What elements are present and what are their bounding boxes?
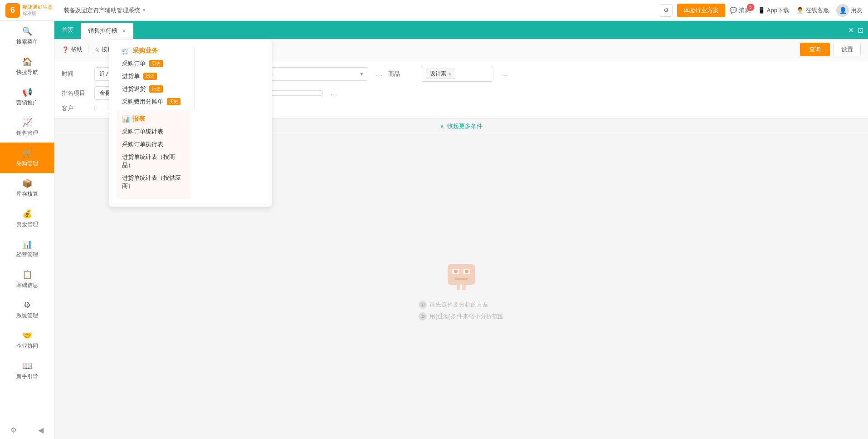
sidebar-item-system[interactable]: ⚙ 系统管理 [0,295,54,325]
incoming-stat-supplier-text: 进货单统计表（按供应商） [122,174,185,190]
settings-gear-button[interactable]: ⚙ [660,4,673,17]
app-download-item[interactable]: 📱 App下载 [758,6,789,15]
help-icon: ❓ [62,46,69,53]
purchase-section-title: 🛒 采购业务 [122,47,185,55]
tip1-num: ① [419,301,427,309]
sidebar-item-inventory[interactable]: 📦 库存核算 [0,173,54,203]
help-button[interactable]: ❓ 帮助 [62,45,83,54]
goods-tag: 设计素 × [426,69,455,79]
sidebar: 🔍 搜索菜单 🏠 快捷导航 📢 营销推广 📈 销售管理 🛒 采购管理 📦 库存核… [0,21,54,439]
purchase-expense-badge: 历史 [167,98,180,105]
app-icon: 📱 [758,7,765,14]
main-layout: 🔍 搜索菜单 🏠 快捷导航 📢 营销推广 📈 销售管理 🛒 采购管理 📦 库存核… [0,21,868,439]
logo-badge: 标准版 [23,10,53,17]
sidebar-item-marketing[interactable]: 📢 营销推广 [0,82,54,112]
sales-icon: 📈 [22,118,32,128]
empty-illustration [439,253,484,295]
collapse-icon: ∧ [440,123,444,130]
sidebar-label-purchase: 采购管理 [16,160,38,168]
search-icon: 🔍 [22,26,32,36]
time-label: 时间 [62,70,89,78]
tab-close-icon[interactable]: ✕ [122,28,126,34]
title-dropdown-arrow[interactable]: ▾ [143,7,146,13]
purchase-section-label: 采购业务 [132,47,158,55]
print-icon: 🖨 [94,46,100,53]
system-icon: ⚙ [24,300,31,310]
incoming-order-badge: 历史 [143,73,157,80]
sidebar-item-basic-info[interactable]: 📋 基础信息 [0,264,54,295]
sidebar-item-collab[interactable]: 🤝 企业协同 [0,325,54,355]
sidebar-label-marketing: 营销推广 [16,99,38,107]
goods-dots[interactable]: … [501,70,508,78]
top-bar: 6 畅捷通好生意 标准版 装备及固定资产辅助管理系统 ▾ ⚙ 体验行业方案 💬 … [0,0,868,21]
empty-tip-row-2: ② 用[过滤]条件来缩小分析范围 [419,312,503,321]
purchase-order-exec-text: 采购订单执行表 [122,140,163,148]
goods-tag-close[interactable]: × [448,71,451,77]
setting-button[interactable]: 设置 [834,43,861,56]
menu-item-incoming-order[interactable]: 进货单 历史 [122,72,185,80]
sidebar-item-sales[interactable]: 📈 销售管理 [0,112,54,143]
svg-point-6 [454,270,458,273]
notification-item[interactable]: 💬 5 消息 [730,6,751,15]
sidebar-item-finance[interactable]: 💰 资金管理 [0,203,54,234]
user-item[interactable]: 👤 用友 [836,4,863,17]
service-icon: 👨‍💼 [796,7,804,14]
svg-rect-4 [457,285,460,290]
help-label: 帮助 [71,45,83,54]
sidebar-settings-icon[interactable]: ⚙ [10,426,17,434]
sidebar-label-system: 系统管理 [16,312,38,320]
online-service-item[interactable]: 👨‍💼 在线客服 [796,6,829,15]
tab-sales-rank[interactable]: 销售排行榜 ✕ [81,23,133,39]
online-service-label: 在线客服 [805,6,829,15]
menu-item-purchase-order-stat[interactable]: 采购订单统计表 [122,128,185,136]
logo-text: 畅捷通好生意 [23,4,53,10]
logo-char: 6 [10,5,15,15]
sidebar-item-purchase[interactable]: 🛒 采购管理 [0,143,54,173]
sidebar-label-basic-info: 基础信息 [16,281,38,289]
sidebar-collapse-icon[interactable]: ◀ [38,426,44,434]
logo-text-block: 畅捷通好生意 标准版 [23,4,53,16]
menu-item-incoming-stat-supplier[interactable]: 进货单统计表（按供应商） [122,174,185,190]
sidebar-bottom: ⚙ ◀ [0,421,54,439]
tab-home[interactable]: 首页 [54,21,81,39]
sidebar-item-guide[interactable]: 📖 新手引导 [0,355,54,386]
salesman-dots[interactable]: … [330,89,337,97]
menu-item-purchase-expense[interactable]: 采购费用分摊单 历史 [122,98,185,106]
collab-icon: 🤝 [22,330,32,340]
svg-point-7 [465,270,468,273]
report-section: 📊 报表 采购订单统计表 采购订单执行表 进货单统计表（按商品） 进货单统计表（… [117,110,190,199]
purchase-business-section: 🛒 采购业务 采购订单 历史 进货单 历史 进货退货 历史 采购费用分摊单 [117,47,190,110]
sidebar-item-operations[interactable]: 📊 经营管理 [0,234,54,264]
menu-item-purchase-order-exec[interactable]: 采购订单执行表 [122,140,185,148]
purchase-order-badge: 历史 [149,60,163,67]
menu-item-purchase-order[interactable]: 采购订单 历史 [122,59,185,68]
menu-item-incoming-stat-goods[interactable]: 进货单统计表（按商品） [122,153,185,169]
content-area: 首页 销售排行榜 ✕ ✕ ⊡ ❓ 帮助 🖨 按模板打印 ▾ [54,21,868,439]
empty-tip-row-1: ① 请先选择要分析的方案 [419,301,503,309]
tab-bar: 首页 销售排行榜 ✕ ✕ ⊡ [54,21,868,39]
sidebar-label-guide: 新手引导 [16,373,38,380]
sidebar-label-inventory: 库存核算 [16,190,38,198]
sidebar-item-quicknav[interactable]: 🏠 快捷导航 [0,51,54,82]
empty-tips: ① 请先选择要分析的方案 ② 用[过滤]条件来缩小分析范围 [419,301,503,321]
sidebar-item-search[interactable]: 🔍 搜索菜单 [0,21,54,51]
toolbar-separator-1 [88,46,88,53]
tab-home-label: 首页 [62,26,73,34]
customer-label: 客户 [62,104,89,113]
collapse-label: 收起更多条件 [447,122,483,130]
menu-item-incoming-return[interactable]: 进货退货 历史 [122,85,185,93]
industry-button[interactable]: 体验行业方案 [677,4,725,17]
bill-status-dots[interactable]: … [375,70,383,78]
report-section-title: 📊 报表 [122,115,185,123]
sidebar-label-sales: 销售管理 [16,129,38,137]
goods-label: 商品 [388,70,415,78]
svg-rect-3 [454,278,468,280]
tab-close-all-icon[interactable]: ✕ [848,26,854,35]
incoming-return-badge: 历史 [149,85,163,93]
tab-restore-icon[interactable]: ⊡ [858,26,863,35]
incoming-return-text: 进货退货 [122,85,146,93]
finance-icon: 💰 [22,209,32,219]
goods-input[interactable]: 设计素 × [421,66,493,82]
query-button[interactable]: 查询 [800,43,830,56]
tab-sales-rank-label: 销售排行榜 [88,27,117,35]
